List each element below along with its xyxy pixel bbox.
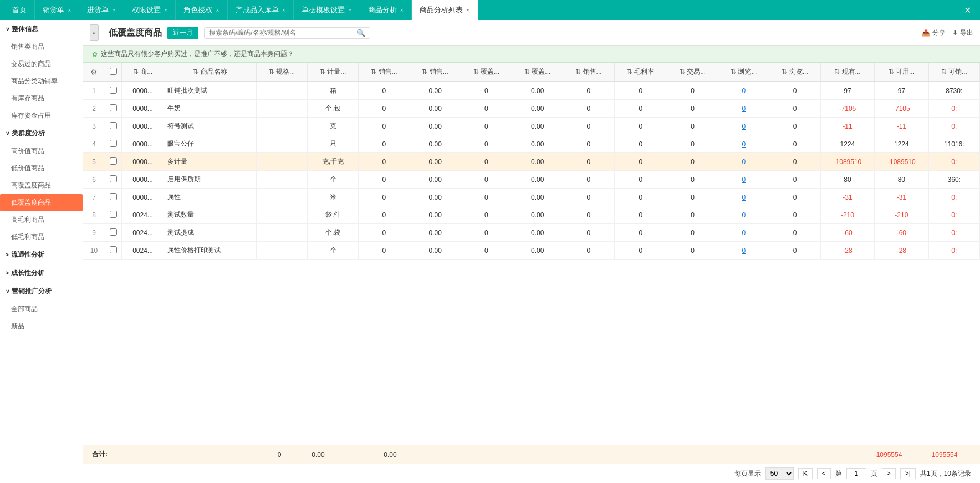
- sidebar-item-high-coverage[interactable]: 高覆盖度商品: [0, 177, 83, 194]
- sidebar-collapse-button[interactable]: «: [90, 24, 99, 41]
- close-icon[interactable]: ×: [282, 7, 285, 13]
- close-icon[interactable]: ×: [216, 7, 219, 13]
- share-button[interactable]: 📤 分享: [922, 28, 946, 38]
- name-col-header[interactable]: ⇅ 商品名称: [164, 63, 257, 82]
- nav-role[interactable]: 角色授权 ×: [176, 0, 227, 20]
- close-icon[interactable]: ×: [400, 7, 404, 13]
- page-number-input[interactable]: [846, 468, 866, 479]
- row-browse1[interactable]: 0: [718, 242, 769, 260]
- sidebar-section-growth[interactable]: > 成长性分析: [0, 264, 83, 282]
- close-icon[interactable]: ×: [466, 7, 469, 13]
- close-icon[interactable]: ×: [348, 7, 351, 13]
- close-icon[interactable]: ×: [68, 7, 71, 13]
- row-checkbox-cell[interactable]: [105, 82, 122, 100]
- nav-product-analysis[interactable]: 商品分析 ×: [360, 0, 412, 20]
- sales-qty-col-header[interactable]: ⇅ 销售...: [359, 63, 410, 82]
- row-checkbox-cell[interactable]: [105, 153, 122, 171]
- row-browse1[interactable]: 0: [718, 135, 769, 153]
- browse1-col-header[interactable]: ⇅ 浏览...: [718, 63, 769, 82]
- sidebar-item-all-goods[interactable]: 全部商品: [0, 301, 83, 318]
- row-checkbox[interactable]: [110, 228, 117, 236]
- row-browse1[interactable]: 0: [718, 118, 769, 135]
- cov2-col-header[interactable]: ⇅ 覆盖...: [512, 63, 563, 82]
- row-checkbox-cell[interactable]: [105, 189, 122, 206]
- sidebar-item-high-value[interactable]: 高价值商品: [0, 143, 83, 160]
- row-cov1: 0: [461, 100, 512, 118]
- sidebar-section-marketing[interactable]: ∨ 营销推广分析: [0, 282, 83, 301]
- row-checkbox-cell[interactable]: [105, 135, 122, 153]
- expand-icon: ∨: [6, 288, 9, 294]
- close-icon[interactable]: ×: [164, 7, 167, 13]
- nav-purchase-order[interactable]: 进货单 ×: [79, 0, 124, 20]
- row-checkbox[interactable]: [110, 193, 117, 200]
- row-checkbox[interactable]: [110, 122, 117, 129]
- available-col-header[interactable]: ⇅ 可用...: [875, 63, 928, 82]
- row-browse1[interactable]: 0: [718, 100, 769, 118]
- sidebar-item-low-coverage[interactable]: 低覆盖度商品: [0, 194, 83, 211]
- row-checkbox[interactable]: [110, 211, 117, 218]
- nav-sales-order[interactable]: 销货单 ×: [35, 0, 79, 20]
- export-button[interactable]: ⬇ 导出: [952, 28, 973, 38]
- row-checkbox-cell[interactable]: [105, 224, 122, 242]
- window-close-button[interactable]: ✕: [959, 5, 976, 16]
- row-browse1[interactable]: 0: [718, 224, 769, 242]
- code-col-header[interactable]: ⇅ 商...: [122, 63, 164, 82]
- row-browse1[interactable]: 0: [718, 171, 769, 189]
- gross-rate-col-header[interactable]: ⇅ 毛利率: [614, 63, 667, 82]
- nav-home[interactable]: 首页: [4, 0, 35, 20]
- spec-col-header[interactable]: ⇅ 规格...: [256, 63, 307, 82]
- trade-col-header[interactable]: ⇅ 交易...: [667, 63, 718, 82]
- nav-production[interactable]: 产成品入库单 ×: [228, 0, 294, 20]
- checkbox-col-header[interactable]: [105, 63, 122, 82]
- sales-cnt-col-header[interactable]: ⇅ 销售...: [563, 63, 614, 82]
- per-page-select[interactable]: 50 100 200: [765, 467, 794, 480]
- row-checkbox[interactable]: [110, 175, 117, 182]
- prev-page-button[interactable]: <: [817, 468, 831, 479]
- sellable-col-header[interactable]: ⇅ 可销...: [928, 63, 979, 82]
- row-checkbox-cell[interactable]: [105, 171, 122, 189]
- row-browse1[interactable]: 0: [718, 82, 769, 100]
- row-checkbox-cell[interactable]: [105, 100, 122, 118]
- sidebar-item-low-value[interactable]: 低价值商品: [0, 160, 83, 177]
- sidebar-item-stocked-goods[interactable]: 有库存商品: [0, 90, 83, 107]
- select-all-checkbox[interactable]: [110, 68, 117, 75]
- nav-product-analysis-list[interactable]: 商品分析列表 ×: [412, 0, 478, 20]
- nav-permission[interactable]: 权限设置 ×: [124, 0, 176, 20]
- settings-col-header[interactable]: ⚙: [83, 63, 105, 82]
- row-checkbox-cell[interactable]: [105, 242, 122, 260]
- nav-template[interactable]: 单据模板设置 ×: [294, 0, 360, 20]
- row-checkbox[interactable]: [110, 140, 117, 147]
- unit-col-header[interactable]: ⇅ 计量...: [307, 63, 358, 82]
- first-page-button[interactable]: K: [798, 468, 813, 479]
- sidebar-section-overview[interactable]: ∨ 整体信息: [0, 20, 83, 38]
- current-col-header[interactable]: ⇅ 现有...: [820, 63, 874, 82]
- sidebar-item-sales-goods[interactable]: 销售类商品: [0, 38, 83, 55]
- row-checkbox-cell[interactable]: [105, 206, 122, 224]
- row-browse1[interactable]: 0: [718, 189, 769, 206]
- sidebar-item-traded-goods[interactable]: 交易过的商品: [0, 55, 83, 73]
- row-checkbox[interactable]: [110, 157, 117, 165]
- sidebar-item-category-activity[interactable]: 商品分类动销率: [0, 73, 83, 90]
- settings-icon[interactable]: ⚙: [90, 68, 98, 77]
- last-page-button[interactable]: >|: [900, 468, 916, 479]
- sidebar-item-high-margin[interactable]: 高毛利商品: [0, 211, 83, 228]
- sidebar-item-new-goods[interactable]: 新品: [0, 318, 83, 335]
- browse2-col-header[interactable]: ⇅ 浏览...: [769, 63, 820, 82]
- row-checkbox[interactable]: [110, 87, 117, 94]
- search-input[interactable]: [209, 29, 356, 37]
- row-browse1[interactable]: 0: [718, 153, 769, 171]
- row-checkbox-cell[interactable]: [105, 118, 122, 135]
- sales-amt-col-header[interactable]: ⇅ 销售...: [410, 63, 461, 82]
- row-cov2: 0.00: [512, 100, 563, 118]
- close-icon[interactable]: ×: [112, 7, 115, 13]
- period-button[interactable]: 近一月: [167, 27, 198, 39]
- sidebar-section-cluster[interactable]: ∨ 类群度分析: [0, 124, 83, 143]
- sidebar-section-liquidity[interactable]: > 流通性分析: [0, 246, 83, 264]
- next-page-button[interactable]: >: [882, 468, 896, 479]
- row-checkbox[interactable]: [110, 104, 117, 111]
- row-browse1[interactable]: 0: [718, 206, 769, 224]
- row-checkbox[interactable]: [110, 246, 117, 253]
- cov1-col-header[interactable]: ⇅ 覆盖...: [461, 63, 512, 82]
- sidebar-item-stock-capital[interactable]: 库存资金占用: [0, 107, 83, 124]
- sidebar-item-low-margin[interactable]: 低毛利商品: [0, 228, 83, 246]
